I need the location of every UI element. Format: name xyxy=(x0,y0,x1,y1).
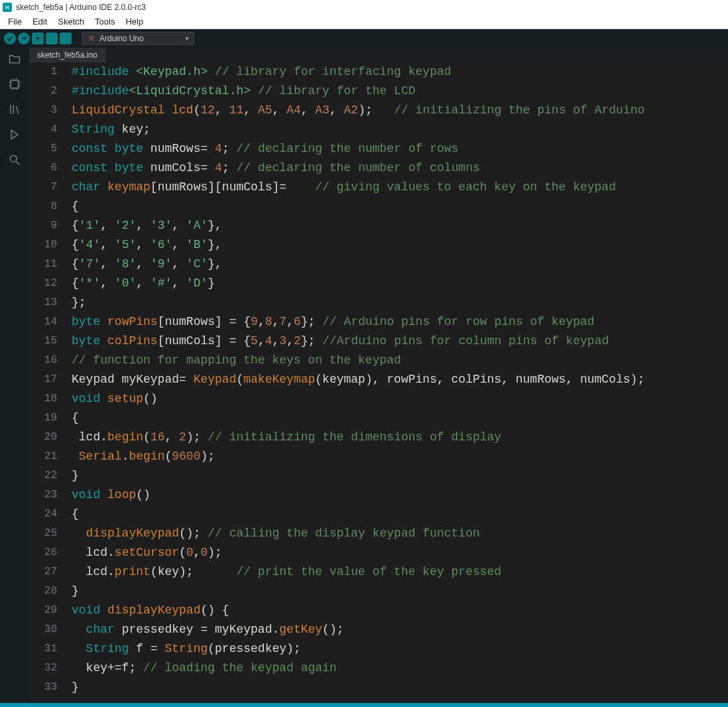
code-editor[interactable]: 1#include <Keypad.h> // library for inte… xyxy=(29,62,728,703)
menu-help[interactable]: Help xyxy=(120,17,149,27)
chevron-down-icon: ▼ xyxy=(184,36,190,42)
folder-icon[interactable] xyxy=(7,52,22,66)
menu-tools[interactable]: Tools xyxy=(90,17,120,27)
tab-bar: sketch_feb5a.ino xyxy=(29,48,728,62)
debug-button[interactable] xyxy=(32,32,44,44)
app-icon xyxy=(3,3,12,12)
toolbar-btn-4[interactable] xyxy=(46,32,58,44)
debug-icon[interactable] xyxy=(7,127,22,142)
board-selector[interactable]: ✕ Arduino Uno ▼ xyxy=(82,32,194,45)
editor-area: sketch_feb5a.ino 1#include <Keypad.h> //… xyxy=(29,48,728,703)
sidebar xyxy=(0,48,29,703)
svg-point-1 xyxy=(10,155,17,162)
menu-edit[interactable]: Edit xyxy=(27,17,52,27)
status-bar xyxy=(0,703,728,707)
toolbar-btn-5[interactable] xyxy=(60,32,72,44)
svg-rect-0 xyxy=(11,80,19,88)
window-title: sketch_feb5a | Arduino IDE 2.0.0-rc3 xyxy=(16,3,146,12)
upload-button[interactable] xyxy=(18,32,30,44)
menu-file[interactable]: File xyxy=(3,17,27,27)
board-name: Arduino Uno xyxy=(99,34,144,43)
main-area: sketch_feb5a.ino 1#include <Keypad.h> //… xyxy=(0,48,728,703)
editor-tab[interactable]: sketch_feb5a.ino xyxy=(29,48,106,62)
search-icon[interactable] xyxy=(7,153,22,167)
board-manager-icon[interactable] xyxy=(7,77,22,92)
library-manager-icon[interactable] xyxy=(7,102,22,117)
menu-sketch[interactable]: Sketch xyxy=(52,17,90,27)
menu-bar: File Edit Sketch Tools Help xyxy=(0,15,728,29)
title-bar: sketch_feb5a | Arduino IDE 2.0.0-rc3 xyxy=(0,0,728,15)
board-status-icon: ✕ xyxy=(88,33,95,44)
code-content: 1#include <Keypad.h> // library for inte… xyxy=(29,62,728,697)
toolbar: ✕ Arduino Uno ▼ xyxy=(0,29,728,48)
verify-button[interactable] xyxy=(4,32,16,44)
